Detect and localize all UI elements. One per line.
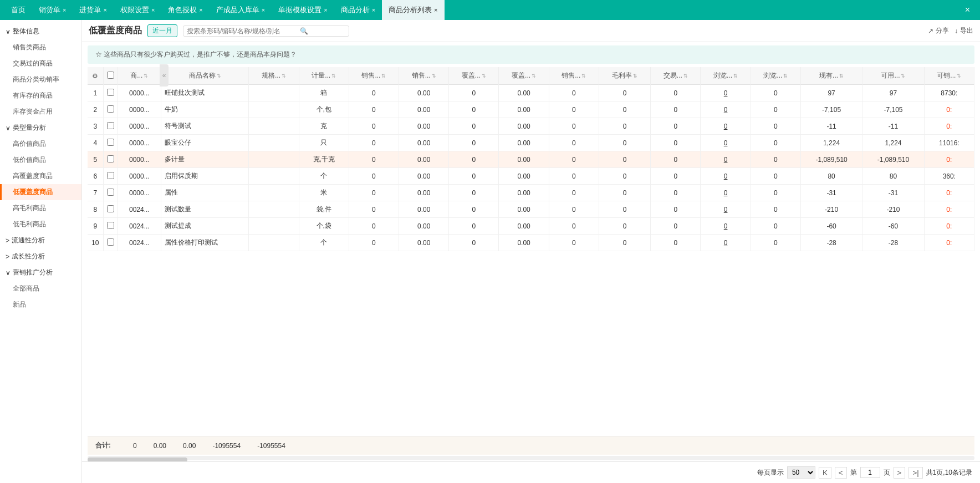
nav-finished-goods-close[interactable]: × — [262, 7, 265, 13]
row-name[interactable]: 属性 — [161, 185, 249, 201]
sidebar-item-high-coverage[interactable]: 高覆盖度商品 — [0, 168, 81, 184]
row-checkbox[interactable] — [103, 118, 118, 135]
export-button[interactable]: ↓ 导出 — [955, 26, 973, 35]
last-page-button[interactable]: >| — [908, 467, 922, 479]
col-spec[interactable]: 规格...⇅ — [249, 67, 299, 85]
nav-sales-close[interactable]: × — [63, 7, 66, 13]
row-checkbox[interactable] — [103, 201, 118, 218]
row-checkbox[interactable] — [103, 168, 118, 185]
sidebar-section-marketing[interactable]: ∨ 营销推广分析 — [0, 265, 81, 281]
row-browse1[interactable]: 0 — [701, 168, 751, 185]
row-name[interactable]: 牛奶 — [161, 101, 249, 118]
sidebar-item-low-coverage[interactable]: 低覆盖度商品 — [0, 184, 81, 200]
nav-permissions[interactable]: 权限设置 × — [114, 0, 161, 20]
nav-permissions-close[interactable]: × — [151, 7, 155, 13]
row-name[interactable]: 测试数量 — [161, 201, 249, 218]
col-gross-rate[interactable]: 毛利率⇅ — [599, 67, 650, 85]
sidebar-item-sales-products[interactable]: 销售类商品 — [0, 39, 81, 55]
horizontal-scrollbar[interactable] — [88, 456, 974, 460]
sidebar-item-high-margin[interactable]: 高毛利商品 — [0, 200, 81, 216]
row-name[interactable]: 旺铺批次测试 — [161, 85, 249, 101]
sidebar-item-all-products[interactable]: 全部商品 — [0, 281, 81, 297]
nav-purchase[interactable]: 进货单 × — [73, 0, 113, 20]
prev-page-button[interactable]: < — [835, 467, 847, 479]
col-saleable[interactable]: 可销...⇅ — [924, 67, 974, 85]
filter-period-button[interactable]: 近一月 — [147, 24, 177, 37]
row-name[interactable]: 启用保质期 — [161, 168, 249, 185]
nav-home[interactable]: 首页 — [4, 0, 32, 20]
page-number-input[interactable] — [860, 467, 880, 478]
col-name[interactable]: 商品名称⇅ — [161, 67, 249, 85]
row-checkbox[interactable] — [103, 85, 118, 101]
sidebar-section-growth[interactable]: > 成长性分析 — [0, 248, 81, 265]
nav-purchase-close[interactable]: × — [103, 7, 106, 13]
row-browse1[interactable]: 0 — [701, 218, 751, 235]
close-all-button[interactable]: × — [959, 5, 976, 15]
nav-product-analysis-close[interactable]: × — [372, 7, 375, 13]
search-input[interactable] — [187, 27, 298, 35]
sidebar-collapse-button[interactable]: « — [160, 64, 169, 87]
row-browse1[interactable]: 0 — [701, 185, 751, 201]
sidebar-item-inventory-capital[interactable]: 库存资金占用 — [0, 104, 81, 120]
row-browse1[interactable]: 0 — [701, 235, 751, 251]
row-name[interactable]: 属性价格打印测试 — [161, 235, 249, 251]
col-unit[interactable]: 计量...⇅ — [299, 67, 349, 85]
row-browse1[interactable]: 0 — [701, 85, 751, 101]
col-sales3[interactable]: 销售...⇅ — [549, 67, 599, 85]
nav-sales[interactable]: 销货单 × — [32, 0, 73, 20]
row-browse1[interactable]: 0 — [701, 118, 751, 135]
row-browse1[interactable]: 0 — [701, 135, 751, 151]
col-code[interactable]: 商...⇅ — [118, 67, 161, 85]
col-cover1[interactable]: 覆盖...⇅ — [449, 67, 499, 85]
sidebar-item-traded-products[interactable]: 交易过的商品 — [0, 55, 81, 72]
nav-roles[interactable]: 角色授权 × — [161, 0, 209, 20]
row-checkbox[interactable] — [103, 235, 118, 251]
sidebar-item-low-margin[interactable]: 低毛利商品 — [0, 216, 81, 232]
nav-roles-close[interactable]: × — [199, 7, 202, 13]
sidebar-section-overview[interactable]: ∨ 整体信息 — [0, 23, 81, 39]
row-name[interactable]: 眼宝公仔 — [161, 135, 249, 151]
sidebar-section-circulation[interactable]: > 流通性分析 — [0, 232, 81, 248]
col-trade[interactable]: 交易...⇅ — [651, 67, 701, 85]
col-available[interactable]: 可用...⇅ — [862, 67, 924, 85]
nav-product-analysis-list-close[interactable]: × — [434, 7, 437, 13]
row-name[interactable]: 多计量 — [161, 151, 249, 168]
next-page-button[interactable]: > — [894, 467, 906, 479]
sidebar-item-category-rate[interactable]: 商品分类动销率 — [0, 72, 81, 88]
per-page-select[interactable]: 50 20 100 200 — [787, 466, 815, 479]
col-browse1[interactable]: 浏览...⇅ — [701, 67, 751, 85]
nav-template[interactable]: 单据模板设置 × — [272, 0, 334, 20]
row-unit: 克 — [299, 118, 349, 135]
share-button[interactable]: ↗ 分享 — [928, 26, 949, 35]
col-browse2[interactable]: 浏览...⇅ — [751, 67, 800, 85]
first-page-button[interactable]: K — [819, 467, 831, 479]
row-name[interactable]: 符号测试 — [161, 118, 249, 135]
row-checkbox[interactable] — [103, 218, 118, 235]
sidebar-item-new-products[interactable]: 新品 — [0, 297, 81, 313]
col-sales-amount[interactable]: 销售...⇅ — [399, 67, 449, 85]
sidebar-item-stocked-products[interactable]: 有库存的商品 — [0, 88, 81, 104]
col-settings[interactable]: ⚙ — [88, 67, 103, 85]
select-all-checkbox[interactable] — [107, 72, 114, 79]
row-checkbox[interactable] — [103, 151, 118, 168]
sidebar-item-high-value[interactable]: 高价值商品 — [0, 136, 81, 152]
row-browse1[interactable]: 0 — [701, 101, 751, 118]
row-checkbox[interactable] — [103, 185, 118, 201]
settings-icon[interactable]: ⚙ — [92, 72, 98, 80]
col-checkbox[interactable] — [103, 67, 118, 85]
row-name[interactable]: 测试提成 — [161, 218, 249, 235]
nav-product-analysis-list[interactable]: 商品分析列表 × — [382, 0, 444, 20]
nav-template-close[interactable]: × — [324, 7, 327, 13]
col-current-stock[interactable]: 现有...⇅ — [800, 67, 862, 85]
search-icon[interactable]: 🔍 — [300, 27, 308, 35]
sidebar-section-type[interactable]: ∨ 类型量分析 — [0, 120, 81, 136]
nav-product-analysis[interactable]: 商品分析 × — [334, 0, 382, 20]
nav-finished-goods[interactable]: 产成品入库单 × — [210, 0, 272, 20]
row-browse1[interactable]: 0 — [701, 201, 751, 218]
row-browse1[interactable]: 0 — [701, 151, 751, 168]
sidebar-item-low-value[interactable]: 低价值商品 — [0, 152, 81, 168]
row-checkbox[interactable] — [103, 135, 118, 151]
col-sales-qty[interactable]: 销售...⇅ — [349, 67, 399, 85]
col-cover2[interactable]: 覆盖...⇅ — [499, 67, 549, 85]
row-checkbox[interactable] — [103, 101, 118, 118]
